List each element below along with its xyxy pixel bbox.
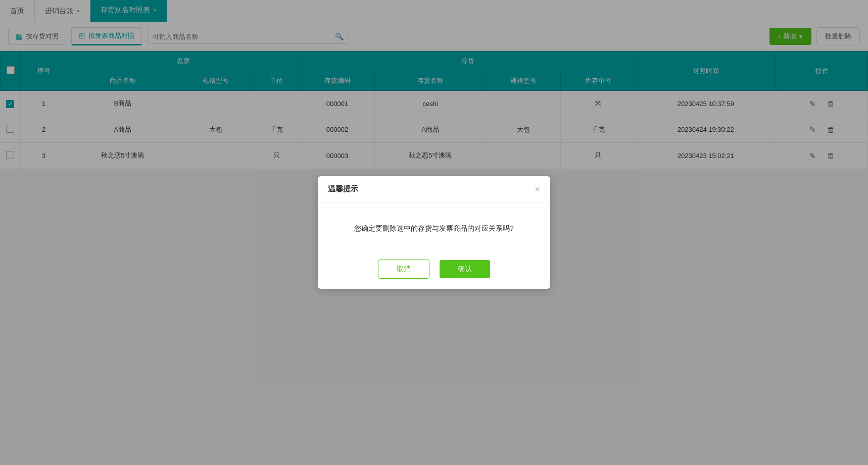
modal-overlay: 温馨提示 × 您确定要删除选中的存货与发票商品的对应关系吗? 取消 确认 bbox=[0, 0, 868, 169]
